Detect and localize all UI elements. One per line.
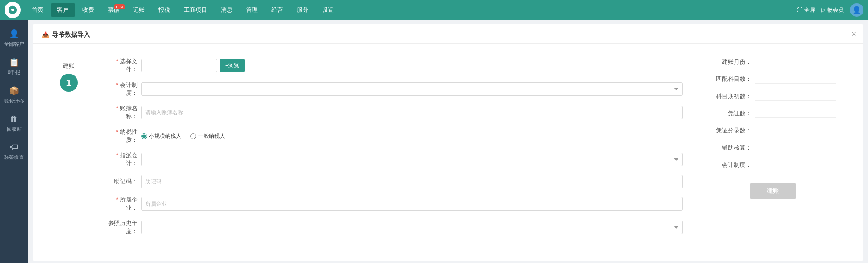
- sidebar-icon-账套迁移: 📦: [9, 86, 19, 96]
- nav-item-管理[interactable]: 管理: [240, 3, 264, 17]
- right-accounting-system-value: [755, 160, 836, 169]
- voucher-entries-label: 凭证分录数：: [710, 127, 755, 135]
- voucher-entries-value: [755, 126, 836, 135]
- sidebar-item-全部客户[interactable]: 👤全部客户: [1, 24, 27, 52]
- sidebar-label-标签设置: 标签设置: [4, 154, 24, 160]
- subject-initial-label: 科目期初数：: [710, 92, 755, 100]
- general-taxpayer-label: 一般纳税人: [198, 132, 225, 140]
- build-account-button[interactable]: 建账: [750, 183, 796, 199]
- fullscreen-label: 全屏: [804, 6, 815, 14]
- nav-item-消息[interactable]: 消息: [214, 3, 239, 17]
- member-button[interactable]: ▷ 畅会员: [821, 6, 844, 14]
- file-row: 选择文件： +浏览: [105, 57, 683, 74]
- auxiliary-row: 辅助核算：: [710, 143, 836, 152]
- member-label: 畅会员: [827, 6, 844, 14]
- assign-accountant-row: 指派会计：: [105, 151, 683, 168]
- company-label: 所属企业：: [105, 196, 141, 212]
- nav-item-记账[interactable]: 记账: [127, 3, 151, 17]
- panel-title: 导爷数据导入: [52, 31, 90, 39]
- company-input[interactable]: [141, 197, 683, 211]
- file-input-group: +浏览: [141, 59, 245, 72]
- panel-close-button[interactable]: ×: [851, 30, 856, 38]
- match-subjects-row: 匹配科目数：: [710, 75, 836, 84]
- right-accounting-system-row: 会计制度：: [710, 160, 836, 169]
- file-input[interactable]: [141, 59, 217, 72]
- subject-initial-row: 科目期初数：: [710, 92, 836, 101]
- sidebar: 👤全部客户📋0申报📦账套迁移🗑回收站🏷标签设置: [0, 20, 28, 263]
- step-section: 建账 1: [60, 57, 78, 243]
- fullscreen-button[interactable]: ⛶ 全屏: [797, 6, 815, 14]
- accounting-system-row: 会计制度：: [105, 81, 683, 97]
- assign-accountant-select[interactable]: [141, 153, 683, 166]
- left-form: 选择文件： +浏览 会计制度：: [105, 57, 683, 243]
- voucher-count-row: 凭证数：: [710, 109, 836, 118]
- nav-item-报税[interactable]: 报税: [152, 3, 176, 17]
- fullscreen-icon: ⛶: [797, 7, 802, 13]
- nav-item-收费[interactable]: 收费: [76, 3, 100, 17]
- history-year-label: 参照历史年度：: [105, 219, 141, 235]
- sidebar-item-0申报[interactable]: 📋0申报: [1, 53, 27, 80]
- sidebar-label-全部客户: 全部客户: [4, 41, 24, 47]
- voucher-count-label: 凭证数：: [710, 109, 755, 117]
- sidebar-item-账套迁移[interactable]: 📦账套迁移: [1, 81, 27, 109]
- tax-type-radio-group: 小规模纳税人 一般纳税人: [141, 132, 683, 140]
- mnemonic-input[interactable]: [141, 175, 683, 188]
- right-info: 建账月份： 匹配科目数： 科目期初数： 凭证数：: [710, 57, 836, 243]
- history-year-select[interactable]: [141, 221, 683, 234]
- nav-right: ⛶ 全屏 ▷ 畅会员 👤: [797, 3, 863, 17]
- form-wrapper: 建账 1 选择文件： +浏览 会计制度：: [33, 44, 863, 252]
- small-taxpayer-radio[interactable]: [141, 133, 147, 139]
- match-subjects-value: [755, 75, 836, 84]
- step-circle: 1: [60, 74, 78, 92]
- history-year-row: 参照历史年度：: [105, 219, 683, 235]
- sidebar-item-回收站[interactable]: 🗑回收站: [1, 110, 27, 137]
- company-row: 所属企业：: [105, 196, 683, 212]
- ledger-name-row: 账簿名称：: [105, 104, 683, 121]
- small-taxpayer-label: 小规模纳税人: [149, 132, 181, 140]
- panel-header: 📥 导爷数据导入: [33, 24, 863, 44]
- small-taxpayer-option[interactable]: 小规模纳税人: [141, 132, 181, 140]
- sidebar-label-账套迁移: 账套迁移: [4, 98, 24, 104]
- sidebar-label-回收站: 回收站: [7, 126, 22, 132]
- user-avatar[interactable]: 👤: [850, 3, 863, 17]
- ledger-name-label: 账簿名称：: [105, 104, 141, 121]
- nav-item-工商项目[interactable]: 工商项目: [177, 3, 213, 17]
- right-accounting-system-label: 会计制度：: [710, 161, 755, 169]
- sidebar-icon-全部客户: 👤: [9, 29, 19, 39]
- voucher-entries-row: 凭证分录数：: [710, 126, 836, 135]
- sidebar-item-标签设置[interactable]: 🏷标签设置: [1, 138, 27, 165]
- auxiliary-value: [755, 143, 836, 152]
- general-taxpayer-option[interactable]: 一般纳税人: [190, 132, 225, 140]
- nav-item-设置[interactable]: 设置: [316, 3, 340, 17]
- voucher-count-value: [755, 109, 836, 118]
- nav-item-客户[interactable]: 客户: [51, 3, 75, 17]
- nav-item-服务[interactable]: 服务: [290, 3, 315, 17]
- nav-item-首页[interactable]: 首页: [25, 3, 50, 17]
- tax-type-label: 纳税性质：: [105, 128, 141, 144]
- tax-type-row: 纳税性质： 小规模纳税人 一般纳税人: [105, 128, 683, 144]
- app-logo: [5, 2, 21, 18]
- build-month-row: 建账月份：: [710, 57, 836, 66]
- file-label: 选择文件：: [105, 57, 141, 74]
- play-icon: ▷: [821, 7, 825, 13]
- top-nav: 首页客户收费票据new记账报税工商项目消息管理经营服务设置 ⛶ 全屏 ▷ 畅会员…: [0, 0, 868, 20]
- browse-button[interactable]: +浏览: [220, 59, 245, 72]
- mnemonic-row: 助记码：: [105, 175, 683, 188]
- build-month-label: 建账月份：: [710, 58, 755, 66]
- sidebar-icon-0申报: 📋: [9, 57, 19, 67]
- general-taxpayer-radio[interactable]: [190, 133, 196, 139]
- accounting-system-select[interactable]: [141, 82, 683, 96]
- nav-item-票据[interactable]: 票据new: [101, 3, 126, 17]
- accounting-system-label: 会计制度：: [105, 81, 141, 97]
- build-month-value: [755, 57, 836, 66]
- subject-initial-value: [755, 92, 836, 101]
- nav-item-经营[interactable]: 经营: [265, 3, 289, 17]
- ledger-name-input[interactable]: [141, 106, 683, 119]
- app-layout: 👤全部客户📋0申报📦账套迁移🗑回收站🏷标签设置 📥 导爷数据导入 × 建账 1: [0, 20, 868, 263]
- auxiliary-label: 辅助核算：: [710, 144, 755, 152]
- main-content: 📥 导爷数据导入 × 建账 1 选择文件： +浏览: [28, 20, 868, 263]
- panel: 📥 导爷数据导入 × 建账 1 选择文件： +浏览: [33, 24, 863, 261]
- panel-header-icon: 📥: [42, 31, 49, 38]
- sidebar-icon-标签设置: 🏷: [10, 142, 18, 152]
- nav-badge-票据: new: [114, 4, 125, 9]
